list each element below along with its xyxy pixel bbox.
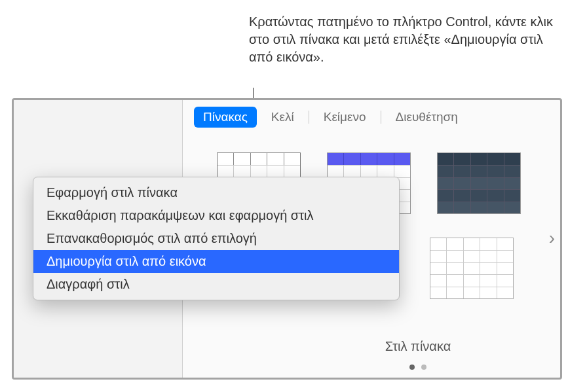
page-dot-2[interactable]	[421, 365, 426, 370]
annotation-callout-text: Κρατώντας πατημένο το πλήκτρο Control, κ…	[249, 13, 557, 66]
menu-item-delete-style[interactable]: Διαγραφή στιλ	[33, 273, 399, 296]
page-dot-1[interactable]	[409, 365, 415, 370]
tab-arrangement[interactable]: Διευθέτηση	[387, 107, 467, 128]
table-styles-row-2	[430, 238, 514, 299]
inspector-tab-bar: Πίνακας Κελί Κείμενο Διευθέτηση	[194, 105, 550, 129]
tab-text[interactable]: Κείμενο	[314, 107, 375, 128]
tab-separator	[309, 111, 309, 124]
table-style-swatch-3[interactable]	[437, 152, 521, 214]
tab-cell[interactable]: Κελί	[262, 107, 303, 128]
tab-table[interactable]: Πίνακας	[194, 107, 257, 128]
table-styles-caption: Στιλ πίνακα	[286, 339, 550, 354]
next-page-icon[interactable]: ›	[549, 228, 555, 249]
menu-item-create-from-image[interactable]: Δημιουργία στιλ από εικόνα	[33, 250, 399, 273]
context-menu: Εφαρμογή στιλ πίνακα Εκκαθάριση παρακάμψ…	[33, 177, 400, 300]
menu-item-clear-overrides[interactable]: Εκκαθάριση παρακάμψεων και εφαρμογή στιλ	[33, 204, 399, 227]
page-indicator	[286, 365, 550, 370]
menu-item-apply-style[interactable]: Εφαρμογή στιλ πίνακα	[33, 181, 399, 204]
table-style-swatch-4[interactable]	[430, 238, 514, 299]
tab-separator	[381, 111, 381, 124]
menu-item-redefine-from-selection[interactable]: Επανακαθορισμός στιλ από επιλογή	[33, 227, 399, 250]
